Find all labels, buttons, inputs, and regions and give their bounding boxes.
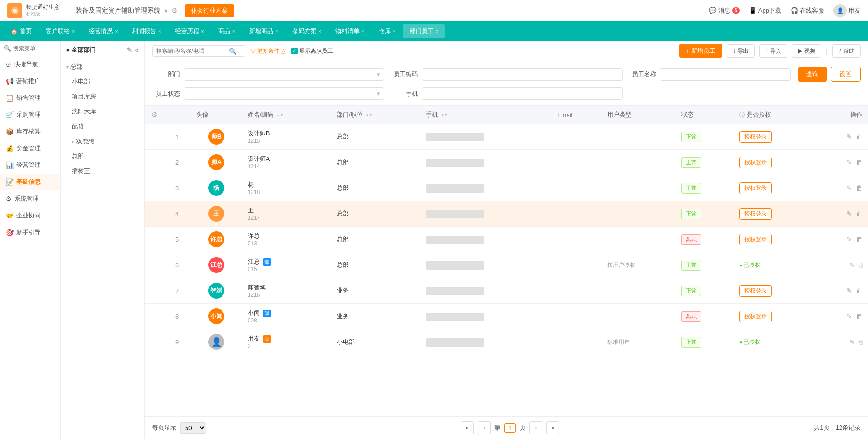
close-icon[interactable]: × — [201, 28, 204, 34]
dept-tree-item-shenyang[interactable]: 沈阳大库 — [61, 104, 144, 119]
sort-name-icon[interactable]: ▲▼ — [276, 113, 284, 117]
sidebar-item-purchase[interactable]: 🛒 采购管理 — [0, 106, 60, 123]
sidebar-search-input[interactable] — [13, 45, 50, 52]
delete-icon[interactable]: 🗑 — [856, 210, 862, 217]
copy-icon[interactable]: ⎘ — [859, 261, 862, 269]
phone-filter-input[interactable] — [422, 87, 622, 100]
settings-icon[interactable]: ⚙ — [171, 7, 177, 15]
dept-collapse-icon[interactable]: « — [135, 46, 139, 54]
edit-icon[interactable]: ✎ — [847, 184, 852, 192]
add-staff-button[interactable]: + 新增员工 — [679, 44, 722, 58]
close-icon[interactable]: × — [72, 28, 75, 34]
nav-item-warehouse[interactable]: 仓库 × — [372, 24, 402, 38]
nav-item-history[interactable]: 经营历程 × — [168, 24, 210, 38]
auth-button[interactable]: 授权登录 — [739, 131, 772, 143]
nav-item-customer[interactable]: 客户联络 × — [39, 24, 81, 38]
per-page-select[interactable]: 50 20 100 — [180, 422, 206, 434]
video-button[interactable]: ▶ 视频 — [792, 44, 821, 58]
dept-tree-item-chashuwang[interactable]: 插树王二 — [61, 164, 144, 179]
sort-phone-icon[interactable]: ▲▼ — [441, 113, 448, 117]
edit-icon[interactable]: ✎ — [847, 287, 852, 294]
nav-item-barcode[interactable]: 条码方案 × — [286, 24, 328, 38]
nav-item-staff[interactable]: 部门员工 × — [403, 24, 445, 38]
dept-tree-item-project[interactable]: 项目库房 — [61, 89, 144, 104]
dept-edit-icon[interactable]: ✎ — [126, 46, 132, 54]
message-button[interactable]: 💬 消息 5 — [709, 7, 740, 15]
last-page-button[interactable]: » — [546, 421, 559, 434]
more-conditions-button[interactable]: ▽ 更多条件 △ — [251, 47, 285, 55]
nav-item-home[interactable]: 🏠 首页 — [4, 24, 38, 38]
th-dept[interactable]: 部门/职位 ▲▼ — [331, 106, 420, 124]
dropdown-arrow-icon[interactable]: ▾ — [164, 7, 167, 14]
next-page-button[interactable]: › — [529, 421, 542, 434]
staff-search-input[interactable] — [156, 48, 226, 54]
show-resigned-checkbox[interactable]: ✓ 显示离职员工 — [291, 47, 333, 55]
trial-button[interactable]: 体验行业方案 — [185, 4, 234, 17]
close-icon[interactable]: × — [319, 28, 321, 34]
auth-button[interactable]: 授权登录 — [739, 285, 772, 297]
close-icon[interactable]: × — [436, 28, 438, 34]
auth-button[interactable]: 授权登录 — [739, 182, 772, 194]
close-icon[interactable]: × — [393, 28, 396, 34]
dept-tree-item-hq-parent[interactable]: ▾ 总部 — [61, 59, 144, 74]
staff-search-box[interactable]: 🔍 — [152, 45, 245, 57]
sidebar-item-basic[interactable]: 📝 基础信息 — [0, 174, 60, 190]
delete-icon[interactable]: 🗑 — [856, 287, 862, 294]
help-button[interactable]: ? 帮助 — [832, 44, 861, 58]
table-settings-icon[interactable]: ⚙ — [151, 111, 157, 118]
delete-icon[interactable]: 🗑 — [856, 236, 862, 243]
name-filter-input[interactable] — [660, 68, 791, 81]
edit-icon[interactable]: ✎ — [847, 159, 852, 166]
sidebar-item-sales[interactable]: 📋 销售管理 — [0, 90, 60, 106]
close-icon[interactable]: × — [232, 28, 235, 34]
dept-tree-item-distribution[interactable]: 配货 — [61, 119, 144, 134]
sidebar-item-collab[interactable]: 🤝 企业协同 — [0, 207, 60, 224]
sidebar-item-quicknav[interactable]: ⊙ 快捷导航 — [0, 56, 60, 73]
set-button[interactable]: 设置 — [831, 67, 861, 82]
close-icon[interactable]: × — [115, 28, 118, 34]
delete-icon[interactable]: 🗑 — [856, 159, 862, 166]
edit-icon[interactable]: ✎ — [847, 210, 852, 217]
nav-item-bom[interactable]: 物料清单 × — [329, 24, 371, 38]
delete-icon[interactable]: 🗑 — [856, 313, 862, 320]
auth-button[interactable]: 授权登录 — [739, 208, 772, 220]
import-button[interactable]: ↑ 导入 — [759, 44, 787, 58]
dept-tree-item-hq[interactable]: 总部 — [61, 149, 144, 164]
th-settings[interactable]: ⚙ — [145, 106, 163, 124]
edit-icon[interactable]: ✎ — [847, 133, 852, 140]
nav-item-goods[interactable]: 商品 × — [212, 24, 242, 38]
nav-item-add-goods[interactable]: 新增商品 × — [243, 24, 285, 38]
edit-icon[interactable]: ✎ — [849, 261, 855, 269]
close-icon[interactable]: × — [361, 28, 364, 34]
online-service-button[interactable]: 🎧 在线客服 — [791, 7, 824, 15]
delete-icon[interactable]: 🗑 — [856, 184, 862, 192]
dept-filter-select[interactable]: ▾ — [184, 68, 384, 81]
close-icon[interactable]: × — [158, 28, 161, 34]
sidebar-item-inventory[interactable]: 📦 库存核算 — [0, 123, 60, 140]
export-button[interactable]: ↓ 导出 — [727, 44, 755, 58]
delete-icon[interactable]: 🗑 — [856, 133, 862, 140]
auth-button[interactable]: 授权登录 — [739, 234, 772, 245]
nav-item-operation[interactable]: 经营情况 × — [82, 24, 124, 38]
th-phone[interactable]: 手机 ▲▼ — [420, 106, 552, 124]
query-button[interactable]: 查询 — [798, 67, 827, 82]
th-name[interactable]: 姓名/编码 ▲▼ — [242, 106, 331, 124]
user-menu[interactable]: 👤 用友 — [833, 4, 861, 17]
dept-tree-item-xiaodian[interactable]: 小电部 — [61, 74, 144, 89]
first-page-button[interactable]: « — [461, 421, 474, 434]
copy-icon[interactable]: ⎘ — [859, 338, 862, 346]
edit-icon[interactable]: ✎ — [847, 236, 852, 243]
auth-button[interactable]: 授权登录 — [739, 311, 772, 322]
auth-button[interactable]: 授权登录 — [739, 157, 772, 168]
sort-dept-icon[interactable]: ▲▼ — [365, 113, 373, 117]
nav-item-profit[interactable]: 利润报告 × — [125, 24, 167, 38]
dept-tree-item-shuanglu[interactable]: ▸ 双鹿想 — [61, 134, 144, 149]
sidebar-item-system[interactable]: ⚙ 系统管理 — [0, 190, 60, 207]
sidebar-item-biz[interactable]: 📊 经营管理 — [0, 157, 60, 174]
code-filter-input[interactable] — [422, 68, 622, 81]
info-icon[interactable]: ⓘ — [739, 111, 745, 118]
sidebar-item-marketing[interactable]: 📢 营销推广 — [0, 73, 60, 90]
sidebar-item-guide[interactable]: 🎯 新手引导 — [0, 224, 60, 241]
edit-icon[interactable]: ✎ — [849, 338, 855, 346]
sidebar-item-finance[interactable]: 💰 资金管理 — [0, 140, 60, 157]
